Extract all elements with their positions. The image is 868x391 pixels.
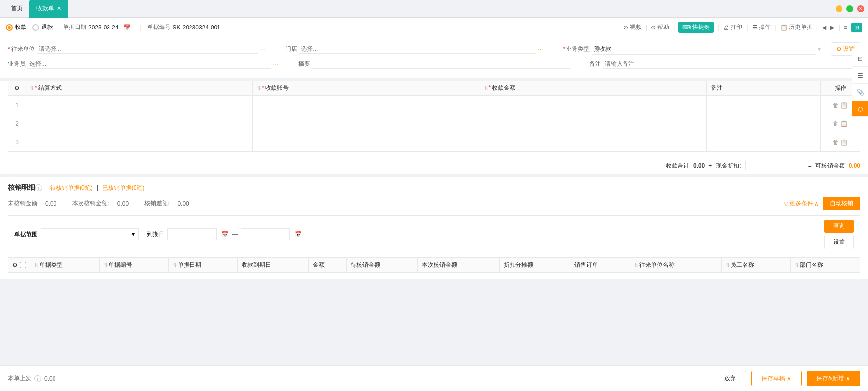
print-button[interactable]: 🖨 打印 — [723, 23, 742, 31]
row3-account[interactable] — [253, 133, 480, 152]
gear-icon2[interactable]: ⚙ — [12, 262, 18, 269]
print-icon: 🖨 — [723, 24, 729, 31]
col-due-date: 收款到期日 — [238, 258, 309, 273]
help-button[interactable]: ⊙ 帮助 — [651, 23, 669, 31]
layout-icon2[interactable]: ⊞ — [851, 23, 862, 32]
filter-icon: ▽ — [784, 200, 788, 207]
video-button[interactable]: ⊙ 视频 — [624, 23, 642, 31]
range-field: 单据范围 ▾ — [14, 228, 139, 240]
history-button[interactable]: 📋 历史单据 — [780, 23, 813, 31]
cal-icon-from[interactable]: 📅 — [221, 231, 229, 238]
staff-more-btn[interactable]: ··· — [273, 60, 279, 68]
tab-receipt[interactable]: 收款单 ✕ — [29, 0, 68, 18]
row1-delete-icon[interactable]: 🗑 — [833, 102, 839, 109]
select-all-checkbox[interactable] — [20, 262, 26, 268]
col-pending: 待核销金额 — [347, 258, 418, 273]
shortcut-button[interactable]: ⌨ 快捷键 — [678, 22, 714, 33]
query-button[interactable]: 查询 — [824, 220, 854, 233]
verify-tab-pending[interactable]: 待核销单据(0笔) — [50, 184, 93, 192]
sidebar-list-icon[interactable]: ☰ — [852, 68, 868, 84]
row2-account[interactable] — [253, 114, 480, 133]
prev-button[interactable]: ◀ — [822, 24, 826, 31]
equal-sign: = — [808, 162, 812, 169]
row3-delete-icon[interactable]: 🗑 — [833, 139, 839, 146]
verify-setting-button[interactable]: 设置 — [824, 235, 854, 249]
row1-remark[interactable] — [706, 96, 820, 114]
save-button[interactable]: 保存&新增 ∧ — [807, 371, 860, 386]
row2-amount[interactable] — [480, 114, 706, 133]
draft-button[interactable]: 保存草稿 ∧ — [751, 371, 802, 386]
tab-home[interactable]: 首页 — [4, 0, 29, 18]
col-counterpart: ⇅往来单位名称 — [630, 258, 722, 273]
radio-refund-dot — [32, 24, 39, 31]
sidebar-expand-icon[interactable]: ⬡ — [852, 101, 868, 117]
row3-remark[interactable] — [706, 133, 820, 152]
row1-account[interactable] — [253, 96, 480, 114]
row3-settlement[interactable] — [26, 133, 253, 152]
sidebar-table-icon[interactable]: ⊟ — [852, 51, 868, 67]
date-to-input[interactable]: 2022-04-12 — [241, 228, 290, 240]
col-bill-date: ⇅单据日期 — [168, 258, 238, 273]
row1-amount[interactable] — [480, 96, 706, 114]
next-button[interactable]: ▶ — [830, 24, 835, 31]
draft-arrow: ∧ — [787, 375, 791, 382]
win-min-button[interactable] — [836, 5, 842, 12]
summary-input[interactable] — [312, 59, 570, 69]
save-label: 保存&新增 — [816, 374, 844, 383]
row2-copy-icon[interactable]: 📋 — [841, 120, 848, 127]
win-max-button[interactable] — [846, 5, 853, 12]
cal-icon-to[interactable]: 📅 — [295, 231, 302, 238]
abandon-button[interactable]: 放弃 — [714, 371, 746, 386]
row2-delete-icon[interactable]: 🗑 — [833, 120, 839, 127]
more-filter-label: 更多条件 — [789, 199, 813, 208]
counterpart-more-btn[interactable]: ··· — [260, 45, 266, 53]
remark-label: 备注 — [589, 60, 601, 68]
main-table: ⚙ ⇅*结算方式 ⇅*收款账号 ⇅*收款金额 备注 操作 1 🗑 📋 — [8, 81, 860, 152]
verify-tab-done[interactable]: 已核销单据(0笔) — [102, 184, 145, 192]
col-bill-number: ⇅单据编号 — [99, 258, 168, 273]
layout-icon1[interactable]: ≡ — [844, 24, 847, 31]
remark-input[interactable] — [603, 59, 860, 69]
radio-refund[interactable]: 退款 — [32, 23, 53, 31]
counterpart-input[interactable] — [37, 44, 258, 54]
auto-verify-button[interactable]: 自动核销 — [823, 197, 860, 210]
row3-amount[interactable] — [480, 133, 706, 152]
footer-info-icon[interactable]: i — [34, 375, 41, 382]
biz-type-value[interactable]: 预收款 — [592, 44, 816, 55]
help-label: 帮助 — [657, 23, 669, 31]
req-mark1: * — [8, 46, 10, 53]
bottom-table-area: ⚙ ⇅单据类型 ⇅单据编号 ⇅单据日期 收款到期日 金额 待核销金额 本次核销金… — [8, 257, 860, 273]
sep4: | — [718, 24, 719, 31]
biz-type-arrow[interactable]: ▾ — [818, 46, 821, 53]
tab-receipt-close[interactable]: ✕ — [57, 5, 61, 12]
store-input[interactable] — [299, 44, 536, 54]
row2-remark[interactable] — [706, 114, 820, 133]
win-close-button[interactable]: ✕ — [857, 5, 864, 12]
operation-button[interactable]: ☰ 操作 — [752, 23, 771, 31]
row2-settlement[interactable] — [26, 114, 253, 133]
row-num-3: 3 — [8, 133, 26, 152]
toolbar-sep1: | — [139, 24, 141, 31]
row1-copy-icon[interactable]: 📋 — [841, 102, 848, 109]
row3-copy-icon[interactable]: 📋 — [841, 139, 848, 146]
date-from-input[interactable]: 2022-04-01 — [167, 228, 217, 240]
radio-receipt[interactable]: 收款 — [6, 23, 27, 31]
store-more-btn[interactable]: ··· — [538, 45, 543, 53]
sep6: | — [775, 24, 776, 31]
verify-info-icon[interactable]: i — [35, 184, 42, 191]
col-gear[interactable]: ⚙ — [8, 81, 26, 96]
sidebar-clip-icon[interactable]: 📎 — [852, 84, 868, 100]
summary-field: 摘要 — [298, 59, 570, 69]
range-select[interactable]: ▾ — [41, 228, 139, 240]
business-type-field: * 业务类型 预收款 ▾ — [563, 44, 821, 55]
discount-input[interactable] — [745, 161, 804, 170]
staff-input[interactable] — [27, 59, 271, 69]
calendar-icon[interactable]: 📅 — [121, 23, 133, 32]
row-num-2: 2 — [8, 114, 26, 133]
sep2: | — [646, 24, 647, 31]
footer-right: 放弃 保存草稿 ∧ 保存&新增 ∧ — [714, 371, 860, 386]
radio-group: 收款 退款 — [6, 23, 53, 31]
net-label: 可核销金额 — [815, 162, 845, 170]
row1-settlement[interactable] — [26, 96, 253, 114]
more-filter-button[interactable]: ▽ 更多条件 ∧ — [784, 199, 819, 208]
